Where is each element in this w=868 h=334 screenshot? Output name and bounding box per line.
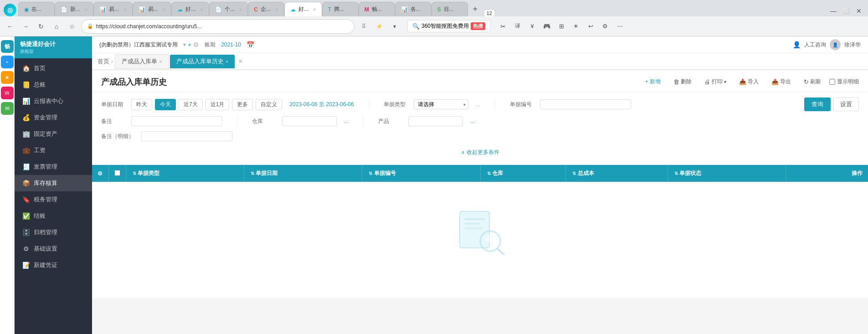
warehouse-more-btn[interactable]: ... [344, 118, 349, 124]
col-header-number[interactable]: ⇅ 单据编号 [362, 165, 480, 182]
back-button[interactable]: ← [4, 20, 16, 33]
sidebar-item-settle[interactable]: ✅ 结账 [15, 208, 92, 224]
window-close[interactable]: ✕ [853, 5, 864, 16]
refresh-page-btn[interactable]: ↻ 刷新 [799, 76, 826, 88]
tab-t2[interactable]: 📄 新... × [55, 2, 93, 16]
display-btn[interactable]: ☀ [570, 20, 582, 33]
date-btn-custom[interactable]: 自定义 [256, 99, 282, 110]
tab-t10[interactable]: M 畅... [359, 2, 395, 16]
window-restore[interactable]: ⬜ [841, 5, 852, 16]
tab-t9[interactable]: T 腾... [322, 2, 359, 16]
undo-btn[interactable]: ↩ [584, 20, 597, 33]
close-tab-t4[interactable]: × [163, 7, 165, 12]
col-header-type[interactable]: ⇅ 单据类型 [126, 165, 244, 182]
sidebar-item-newbill[interactable]: 📝 新建凭证 [15, 257, 92, 273]
address-input[interactable]: 🔒 https://cloud.chanjet.com/accounting/u… [81, 19, 354, 34]
ai-consult-btn[interactable]: 人工咨询 [804, 41, 826, 49]
query-btn[interactable]: 查询 [804, 98, 831, 111]
tab-t11[interactable]: 📊 各... [395, 2, 431, 16]
sidebar-item-basic[interactable]: ⚙ 基础设置 [15, 241, 92, 257]
window-minimize[interactable]: — [828, 5, 839, 16]
sidebar-item-invoice[interactable]: 🧾 发票管理 [15, 159, 92, 175]
app-icon-chanjet[interactable]: 畅 [1, 40, 14, 53]
date-btn-1month[interactable]: 近1月 [205, 99, 230, 110]
tab-t4[interactable]: 📊 易... × [133, 2, 171, 16]
new-tab-button[interactable]: + [468, 2, 483, 16]
close-tab-t5[interactable]: × [200, 7, 203, 12]
breadcrumb-home[interactable]: 首页 [98, 57, 109, 66]
close-tab-t8[interactable]: × [313, 7, 316, 12]
grid-btn[interactable]: ⊞ [555, 20, 568, 33]
sidebar-item-home[interactable]: 🏠 首页 [15, 60, 92, 77]
sidebar-item-inventory[interactable]: 📦 库存核算 [15, 175, 92, 191]
date-btn-yesterday[interactable]: 昨天 [131, 99, 152, 110]
tab-count[interactable]: 12 [484, 10, 494, 16]
settings-btn[interactable]: ⚙ [599, 20, 611, 33]
col-header-status[interactable]: ⇅ 单据状态 [668, 165, 786, 182]
home-button[interactable]: ⌂ [50, 20, 63, 33]
close-tab-product-list[interactable]: × [159, 59, 162, 64]
extension-button[interactable]: ⚡ [373, 20, 385, 33]
app-icon-blue[interactable]: + [1, 56, 14, 68]
forward-button[interactable]: → [19, 20, 32, 33]
sidebar-item-fixed[interactable]: 🏢 固定资产 [15, 126, 92, 142]
close-tab-t2[interactable]: × [85, 7, 87, 12]
product-more-btn[interactable]: ... [470, 118, 475, 124]
yuan-btn[interactable]: ¥ [526, 20, 539, 33]
col-header-check[interactable] [108, 165, 126, 182]
close-tab-t7[interactable]: × [275, 7, 278, 12]
tab-t6[interactable]: 📄 个... × [209, 2, 248, 16]
new-btn[interactable]: + 新增 [641, 76, 665, 88]
bookmark-button[interactable]: ☆ [66, 20, 78, 33]
tab-t7[interactable]: C 企... × [248, 2, 284, 16]
app-icon-mail[interactable]: ✉ [1, 102, 14, 115]
account-dropdown-icon[interactable]: ▾ [183, 41, 186, 48]
select-all-checkbox[interactable] [114, 170, 120, 176]
detail-remark-input[interactable] [141, 131, 232, 141]
sidebar-item-fund[interactable]: 💰 资金管理 [15, 109, 92, 126]
overflow-btn[interactable]: ⋯ [613, 20, 626, 33]
close-tab-history[interactable]: × [226, 59, 228, 64]
scissors-btn[interactable]: ✂ [497, 20, 509, 33]
close-tab-t6[interactable]: × [239, 7, 242, 12]
date-btn-7days[interactable]: 近7天 [179, 99, 203, 110]
delete-btn[interactable]: 🗑 删除 [669, 76, 696, 88]
print-btn[interactable]: 🖨 打印 ▾ [700, 76, 731, 88]
settings-gear-btn[interactable]: ⚙ [193, 41, 199, 48]
tab-t3[interactable]: 📊 易... × [93, 2, 132, 16]
add-account-btn[interactable]: + [188, 41, 191, 48]
col-header-cost[interactable]: ⇅ 总成本 [566, 165, 668, 182]
app-icon-star[interactable]: ★ [1, 71, 14, 84]
close-content-btn[interactable]: × [238, 57, 242, 66]
export-btn[interactable]: 📤 导出 [767, 76, 796, 88]
col-header-warehouse[interactable]: ⇅ 仓库 [480, 165, 565, 182]
app-icon-weibo[interactable]: W [1, 87, 14, 99]
display-toggle[interactable]: 显示明细 [829, 78, 859, 86]
collapse-btn[interactable]: ∧ 收起更多条件 [101, 146, 859, 159]
sidebar-item-archive[interactable]: 🗄️ 归档管理 [15, 224, 92, 241]
sidebar-item-report[interactable]: 📊 云报表中心 [15, 93, 92, 109]
search-box[interactable]: 🔍 360智能抠图免费用 热搜 [407, 20, 490, 32]
type-select[interactable]: 请选择 [414, 99, 468, 109]
close-tab-t3[interactable]: × [123, 7, 126, 12]
tab-t8[interactable]: ☁ 好... × [284, 2, 322, 16]
refresh-button[interactable]: ↻ [35, 20, 47, 33]
col-header-gear[interactable]: ⚙ [92, 165, 108, 182]
col-header-date[interactable]: ⇅ 单据日期 [244, 165, 362, 182]
remark-input[interactable] [131, 116, 222, 126]
warehouse-input[interactable] [282, 116, 337, 126]
menu-button[interactable]: ⠿ [357, 20, 370, 33]
sidebar-item-salary[interactable]: 💼 工资 [15, 142, 92, 159]
import-btn[interactable]: 📥 导入 [734, 76, 763, 88]
translate-btn[interactable]: 译 [511, 20, 524, 33]
tab-product-history[interactable]: 产成品入库单历史 × [170, 55, 235, 68]
product-input[interactable] [408, 116, 463, 126]
username[interactable]: 徐泽华 [844, 41, 861, 49]
more-button[interactable]: ▾ [388, 20, 401, 33]
tab-product-list[interactable]: 产成品入库单 × [115, 54, 169, 69]
date-btn-today[interactable]: 今天 [155, 99, 176, 110]
sidebar-item-ledger[interactable]: 📒 总账 [15, 77, 92, 93]
display-checkbox[interactable] [829, 79, 835, 85]
date-btn-more[interactable]: 更多 [232, 99, 253, 110]
calendar-icon[interactable]: 📅 [247, 41, 254, 48]
